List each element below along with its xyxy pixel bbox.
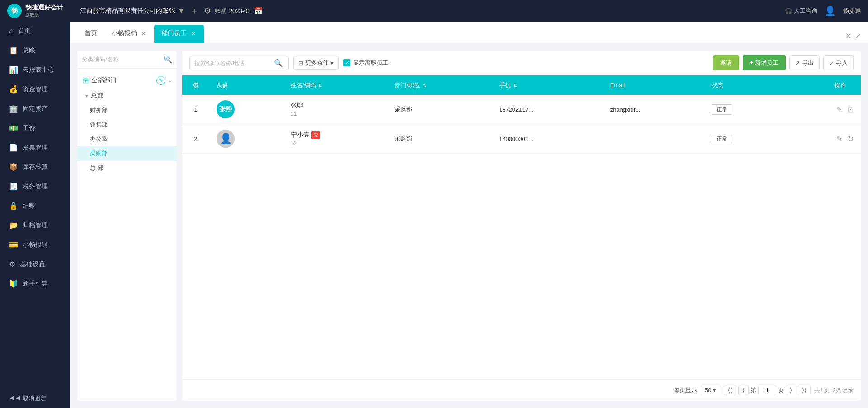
sidebar-label-invoice: 发票管理: [23, 144, 48, 152]
avatar-icon: 👤: [825, 5, 836, 16]
per-page-select[interactable]: 50 ▾: [701, 385, 720, 395]
calendar-icon[interactable]: 📅: [254, 7, 263, 15]
edit-dept-icon[interactable]: ✎: [156, 76, 165, 85]
sidebar-item-archive[interactable]: 📁 归档管理: [0, 216, 70, 235]
table-body: 1 张熙 张熙 11: [182, 95, 861, 154]
invite-button[interactable]: 邀请: [713, 55, 739, 70]
resigned-checkbox[interactable]: ✓: [343, 59, 350, 66]
customer-service-btn[interactable]: 🎧 人工咨询: [785, 7, 817, 15]
import-button[interactable]: ↙ 导入: [823, 55, 854, 70]
fund-icon: 💰: [9, 85, 18, 94]
last-page-button[interactable]: ⟩⟩: [798, 385, 811, 395]
sidebar-item-expense[interactable]: 💳 小畅报销: [0, 235, 70, 254]
dept-node-purchase[interactable]: 采购部: [77, 146, 177, 161]
all-dept-header[interactable]: ⊞ 全部部门 ✎ «: [77, 72, 177, 89]
sidebar-item-fund[interactable]: 💰 资金管理: [0, 80, 70, 99]
app-badge: 应: [311, 131, 320, 139]
sidebar-pin-toggle[interactable]: ◀◀ 取消固定: [0, 389, 70, 408]
page-input[interactable]: [758, 385, 776, 395]
dept-group-hq-header[interactable]: ▼ 总部: [77, 89, 177, 103]
app-logo: 畅: [7, 4, 22, 18]
dept-panel: 🔍 ⊞ 全部部门 ✎ « ▼ 总部 财: [77, 51, 177, 401]
sidebar-item-tax[interactable]: 🧾 税务管理: [0, 177, 70, 196]
export-icon: ↗: [795, 60, 800, 66]
dept-group-hq: ▼ 总部 财务部 销售部 办公室 采购部: [77, 89, 177, 175]
prev-page-button[interactable]: ⟨: [738, 385, 749, 395]
dept-search-input[interactable]: [82, 56, 163, 63]
dept-node-office[interactable]: 办公室: [77, 132, 177, 146]
sidebar-item-home[interactable]: ⌂ 首页: [0, 22, 70, 41]
collapse-icon[interactable]: «: [168, 77, 171, 84]
sidebar-item-payroll[interactable]: 💵 工资: [0, 118, 70, 138]
edit-icon[interactable]: ✎: [836, 135, 842, 143]
tab-dept-close[interactable]: ✕: [189, 30, 197, 37]
dept-node-hq2[interactable]: 总 部: [77, 161, 177, 175]
first-page-button[interactable]: ⟨⟨: [724, 385, 736, 395]
tab-expense-close[interactable]: ✕: [140, 30, 147, 37]
tab-expense[interactable]: 小畅报销 ✕: [104, 25, 154, 43]
per-page-label: 每页显示: [674, 386, 697, 394]
tab-home[interactable]: 首页: [77, 25, 104, 43]
sidebar: ⌂ 首页 📋 总账 📊 云报表中心 💰 资金管理 🏢 固定资产 💵 工资 📄 发…: [0, 22, 70, 408]
col-dept-label: 部门/职位: [395, 82, 420, 89]
guide-icon: 🔰: [9, 279, 18, 288]
next-page-button[interactable]: ⟩: [786, 385, 796, 395]
dept-search-bar: 🔍: [77, 51, 177, 69]
sidebar-item-inventory[interactable]: 📦 库存核算: [0, 157, 70, 177]
sidebar-item-close[interactable]: 🔒 结账: [0, 196, 70, 216]
sidebar-item-invoice[interactable]: 📄 发票管理: [0, 138, 70, 157]
employee-search-input[interactable]: [194, 60, 271, 66]
toolbar-right: 邀请 + 新增员工 ↗ 导出 ↙ 导入: [713, 55, 854, 70]
show-resigned-toggle[interactable]: ✓ 显示离职员工: [343, 59, 388, 67]
filter-label: 更多条件: [305, 59, 329, 67]
payroll-icon: 💵: [9, 124, 18, 132]
company-dropdown-icon[interactable]: ▼: [178, 7, 185, 15]
employee-table: ⚙ 头像 姓名/编码 ⇅ 部门/职位: [182, 75, 861, 379]
col-name[interactable]: 姓名/编码 ⇅: [283, 75, 388, 95]
refresh-icon[interactable]: ↻: [848, 135, 854, 143]
add-employee-button[interactable]: + 新增员工: [743, 55, 786, 70]
main-layout: ⌂ 首页 📋 总账 📊 云报表中心 💰 资金管理 🏢 固定资产 💵 工资 📄 发…: [0, 22, 868, 408]
table-row: 1 张熙 张熙 11: [182, 95, 861, 124]
sidebar-label-reports: 云报表中心: [23, 66, 54, 74]
content-area: 首页 小畅报销 ✕ 部门员工 ✕ ✕ ⤢ 🔍: [70, 22, 868, 408]
sidebar-item-settings[interactable]: ⚙ 基础设置: [0, 254, 70, 274]
row2-dept-cell: 采购部: [387, 124, 492, 154]
col-phone[interactable]: 手机 ⇅: [492, 75, 603, 95]
row1-name-code: 张熙 11: [291, 102, 381, 117]
sidebar-label-tax: 税务管理: [23, 183, 48, 191]
sidebar-item-reports[interactable]: 📊 云报表中心: [0, 60, 70, 80]
employees-table-element: ⚙ 头像 姓名/编码 ⇅ 部门/职位: [182, 75, 861, 154]
col-dept[interactable]: 部门/职位 ⇅: [387, 75, 492, 95]
close-accounts-icon: 🔒: [9, 202, 18, 210]
export-button[interactable]: ↗ 导出: [789, 55, 820, 70]
sidebar-item-guide[interactable]: 🔰 新手引导: [0, 274, 70, 293]
employee-search-icon[interactable]: 🔍: [274, 59, 283, 67]
add-company-icon[interactable]: ＋: [190, 5, 198, 16]
row2-emp-name: 宁小壹: [291, 131, 310, 139]
settings-gear-icon[interactable]: ⚙: [204, 6, 211, 16]
company-name[interactable]: 江西服宝精品有限责任公司内账张: [80, 7, 175, 15]
sidebar-label-close: 结账: [23, 202, 35, 210]
page-suffix: 页: [778, 386, 784, 394]
sidebar-item-ledger[interactable]: 📋 总账: [0, 41, 70, 60]
edit-icon[interactable]: ✎: [836, 105, 842, 114]
sidebar-item-fixed-assets[interactable]: 🏢 固定资产: [0, 99, 70, 118]
dept-node-sales[interactable]: 销售部: [77, 117, 177, 132]
settings-col-icon[interactable]: ⚙: [193, 81, 199, 89]
row2-index: 2: [182, 124, 209, 154]
row2-name-code: 宁小壹 应 12: [291, 131, 381, 146]
show-resigned-label: 显示离职员工: [353, 59, 388, 67]
tab-expand-icon[interactable]: ⤢: [855, 32, 861, 40]
more-filter-button[interactable]: ⊟ 更多条件 ▾: [293, 56, 339, 70]
tab-dept-employee[interactable]: 部门员工 ✕: [154, 25, 204, 43]
period-label: 账期: [215, 7, 226, 15]
tab-close-window-icon[interactable]: ✕: [845, 32, 851, 40]
status-badge: 正常: [712, 134, 732, 144]
dept-search-icon[interactable]: 🔍: [163, 55, 172, 64]
dept-node-finance[interactable]: 财务部: [77, 103, 177, 117]
row2-name-cell: 宁小壹 应 12: [283, 124, 388, 154]
dept-office-label: 办公室: [90, 136, 108, 142]
reports-icon: 📊: [9, 66, 18, 74]
delete-icon[interactable]: ⊡: [848, 105, 854, 114]
